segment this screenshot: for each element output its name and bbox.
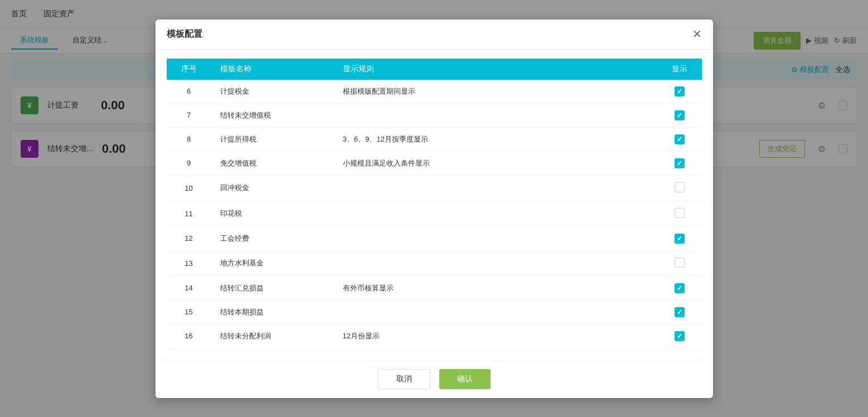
cell-id: 9 — [167, 151, 211, 175]
row-checkbox[interactable] — [675, 283, 685, 293]
cell-checkbox[interactable] — [657, 151, 702, 175]
col-header-rule: 显示规则 — [334, 59, 657, 80]
table-row: 15结转本期损益 — [167, 300, 702, 324]
cell-checkbox[interactable] — [657, 175, 702, 201]
cell-id: 14 — [167, 276, 211, 300]
table-row: 7结转未交增值税 — [167, 103, 702, 127]
cell-checkbox[interactable] — [657, 103, 702, 127]
cell-id: 6 — [167, 80, 211, 104]
cell-name: 结转未分配利润 — [211, 324, 334, 348]
row-checkbox[interactable] — [675, 258, 685, 268]
cell-rule — [334, 250, 657, 276]
cell-rule: 小规模且满足收入条件显示 — [334, 151, 657, 175]
cell-checkbox[interactable] — [657, 276, 702, 300]
cell-rule: 有外币核算显示 — [334, 276, 657, 300]
cell-id: 8 — [167, 127, 211, 151]
cell-name: 印花税 — [211, 201, 334, 226]
cell-name: 结转本期损益 — [211, 300, 334, 324]
row-checkbox[interactable] — [675, 307, 685, 317]
table-row: 13地方水利基金 — [167, 250, 702, 276]
col-header-id: 序号 — [167, 59, 211, 80]
cell-name: 地方水利基金 — [211, 250, 334, 276]
table-row: 6计提税金根据模版配置期间显示 — [167, 80, 702, 104]
modal-close-button[interactable]: ✕ — [692, 28, 702, 40]
table-row: 14结转汇兑损益有外币核算显示 — [167, 276, 702, 300]
modal-body: 序号 模板名称 显示规则 显示 6计提税金根据模版配置期间显示7结转未交增值税8… — [156, 50, 713, 360]
modal-overlay: 模板配置 ✕ 序号 模板名称 显示规则 显示 6计提税金根据模版配置期间显示7结… — [0, 0, 868, 417]
cell-rule — [334, 103, 657, 127]
cell-id: 16 — [167, 324, 211, 348]
row-checkbox[interactable] — [675, 234, 685, 244]
cell-name: 计提所得税 — [211, 127, 334, 151]
cell-id: 7 — [167, 103, 211, 127]
cell-checkbox[interactable] — [657, 300, 702, 324]
cell-name: 免交增值税 — [211, 151, 334, 175]
cell-checkbox[interactable] — [657, 226, 702, 250]
table-row: 16结转未分配利润12月份显示 — [167, 324, 702, 348]
row-checkbox[interactable] — [675, 158, 685, 168]
cell-checkbox[interactable] — [657, 250, 702, 276]
row-checkbox[interactable] — [675, 134, 685, 144]
cell-id: 15 — [167, 300, 211, 324]
table-row: 11印花税 — [167, 201, 702, 226]
row-checkbox[interactable] — [675, 208, 685, 218]
row-checkbox[interactable] — [675, 110, 685, 120]
cell-checkbox[interactable] — [657, 127, 702, 151]
cell-name: 计提税金 — [211, 80, 334, 104]
cell-rule: 3、6、9、12月按季度显示 — [334, 127, 657, 151]
cell-rule — [334, 226, 657, 250]
modal-header: 模板配置 ✕ — [156, 20, 713, 50]
cell-checkbox[interactable] — [657, 324, 702, 348]
modal-template-config: 模板配置 ✕ 序号 模板名称 显示规则 显示 6计提税金根据模版配置期间显示7结… — [156, 20, 713, 398]
cell-name: 工会经费 — [211, 226, 334, 250]
config-table: 序号 模板名称 显示规则 显示 6计提税金根据模版配置期间显示7结转未交增值税8… — [167, 59, 702, 348]
table-row: 12工会经费 — [167, 226, 702, 250]
cell-id: 11 — [167, 201, 211, 226]
cell-id: 10 — [167, 175, 211, 201]
cell-rule — [334, 201, 657, 226]
cell-name: 回冲税金 — [211, 175, 334, 201]
cancel-button[interactable]: 取消 — [378, 369, 430, 389]
cell-rule: 根据模版配置期间显示 — [334, 80, 657, 104]
cell-id: 13 — [167, 250, 211, 276]
col-header-display: 显示 — [657, 59, 702, 80]
cell-checkbox[interactable] — [657, 80, 702, 104]
table-row: 10回冲税金 — [167, 175, 702, 201]
cell-checkbox[interactable] — [657, 201, 702, 226]
cell-rule — [334, 300, 657, 324]
row-checkbox[interactable] — [675, 331, 685, 341]
row-checkbox[interactable] — [675, 86, 685, 96]
cell-rule: 12月份显示 — [334, 324, 657, 348]
cell-name: 结转汇兑损益 — [211, 276, 334, 300]
table-row: 9免交增值税小规模且满足收入条件显示 — [167, 151, 702, 175]
cell-name: 结转未交增值税 — [211, 103, 334, 127]
confirm-button[interactable]: 确认 — [439, 369, 491, 389]
modal-title: 模板配置 — [167, 28, 202, 40]
cell-rule — [334, 175, 657, 201]
cell-id: 12 — [167, 226, 211, 250]
col-header-name: 模板名称 — [211, 59, 334, 80]
modal-footer: 取消 确认 — [156, 360, 713, 398]
table-row: 8计提所得税3、6、9、12月按季度显示 — [167, 127, 702, 151]
row-checkbox[interactable] — [675, 182, 685, 192]
